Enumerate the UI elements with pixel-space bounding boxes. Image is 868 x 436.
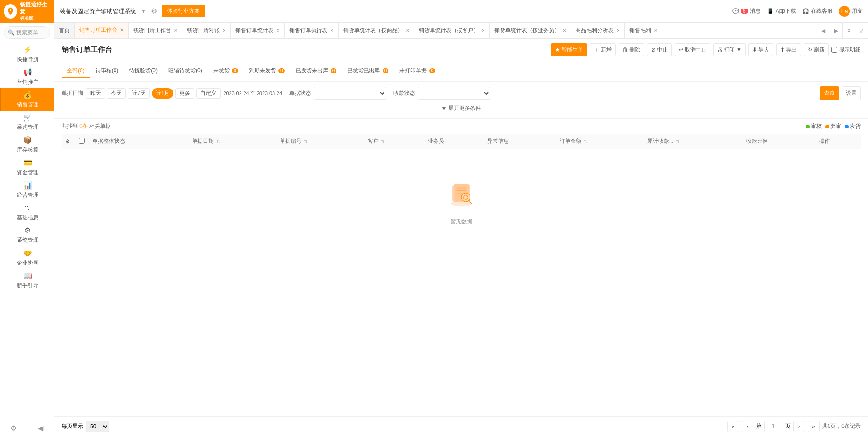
tab-close-cash-reconcile[interactable]: ✕ <box>222 28 226 33</box>
payment-select[interactable] <box>418 87 490 100</box>
select-all-checkbox[interactable] <box>79 138 85 144</box>
tab-cash-daily[interactable]: 钱货日清工作台 ✕ <box>129 23 182 39</box>
show-detail-input[interactable] <box>831 47 837 53</box>
collapse-icon[interactable]: ◀ <box>38 424 43 432</box>
tab-product-margin[interactable]: 商品毛利分析表 ✕ <box>571 23 625 39</box>
th-staff[interactable]: 业务员 <box>424 134 483 149</box>
print-btn[interactable]: 🖨 打印 ▼ <box>713 43 746 56</box>
th-checkbox[interactable] <box>75 134 89 149</box>
prev-page-btn[interactable]: ‹ <box>742 421 753 432</box>
tab-close-sales-stat[interactable]: ✕ <box>276 28 280 33</box>
sub-tab-wangpu[interactable]: 旺铺待发货(0) <box>163 65 208 78</box>
sidebar-item-purchase[interactable]: 🛒 采购管理 <box>0 111 54 133</box>
sidebar-item-quick-nav[interactable]: ⚡ 快捷导航 <box>0 43 54 66</box>
app-download-btn[interactable]: 📱 App下载 <box>767 7 796 15</box>
tab-sales-product-stat[interactable]: 销货单统计表（按商品） ✕ <box>339 23 414 39</box>
sub-tab-shipped-not-out[interactable]: 已发货未出库 0 <box>290 65 342 78</box>
sidebar-item-guide[interactable]: 📖 新手引导 <box>0 269 54 292</box>
sub-tab-all[interactable]: 全部(0) <box>62 65 90 78</box>
th-amount[interactable]: 订单金额 ⇅ <box>556 134 644 149</box>
filter-settings-btn[interactable]: 设置 <box>842 86 861 100</box>
sub-tab-not-printed[interactable]: 未打印单据 0 <box>394 65 441 78</box>
review-action-btn[interactable]: 审核 <box>806 123 822 130</box>
tabs-nav-btns: ◀ ▶ ✕ ⤢ <box>817 23 868 39</box>
cancel-suspend-btn[interactable]: ↩ 取消中止 <box>675 43 710 56</box>
date-btn-1month[interactable]: 近1月 <box>152 88 174 99</box>
th-abnormal[interactable]: 异常信息 <box>484 134 556 149</box>
status-select[interactable] <box>314 87 386 100</box>
tab-cash-reconcile[interactable]: 钱货日清对账 ✕ <box>182 23 231 39</box>
th-customer[interactable]: 客户 ⇅ <box>364 134 425 149</box>
tab-close-sales-product-stat[interactable]: ✕ <box>406 28 409 33</box>
topbar-settings-icon[interactable]: ⚙ <box>151 7 157 15</box>
date-btn-today[interactable]: 今天 <box>107 88 126 99</box>
search-menu-btn[interactable]: 🔍 搜索菜单 <box>4 26 50 39</box>
ship-action-btn[interactable]: 发货 <box>845 123 861 130</box>
sub-tab-pending-inspect[interactable]: 待拣验货(0) <box>124 65 163 78</box>
tabs-maximize[interactable]: ⤢ <box>855 23 868 39</box>
date-btn-custom[interactable]: 自定义 <box>196 88 221 99</box>
tabs-scroll-left[interactable]: ◀ <box>817 23 830 39</box>
delete-btn[interactable]: 🗑 删除 <box>619 43 644 56</box>
sidebar-item-system[interactable]: ⚙ 系统管理 <box>0 224 54 246</box>
th-settings[interactable]: ⚙ <box>62 134 75 149</box>
solution-btn[interactable]: 体验行业方案 <box>162 5 205 17</box>
sub-tab-shipped-out[interactable]: 已发货已出库 0 <box>342 65 394 78</box>
sidebar-item-finance[interactable]: 💳 资金管理 <box>0 156 54 179</box>
refresh-btn[interactable]: ↻ 刷新 <box>804 43 829 56</box>
tab-sales-customer-stat[interactable]: 销货单统计表（按客户） ✕ <box>414 23 490 39</box>
tab-close-sales-staff-stat[interactable]: ✕ <box>562 28 566 33</box>
column-settings-icon[interactable]: ⚙ <box>65 138 70 145</box>
tab-close-sales-profit[interactable]: ✕ <box>654 28 657 33</box>
tab-close-sales-workbench[interactable]: ✕ <box>120 28 124 33</box>
smart-create-btn[interactable]: ★ 智能生单 <box>551 43 587 56</box>
page-input[interactable] <box>764 421 782 432</box>
query-btn[interactable]: 查询 <box>820 86 839 100</box>
sub-tab-expired[interactable]: 到期未发货 0 <box>244 65 290 78</box>
th-collected[interactable]: 累计收款... ⇅ <box>644 134 743 149</box>
show-detail-checkbox[interactable]: 显示明细 <box>831 46 861 54</box>
expand-more-btn[interactable]: ▼ 展开更多条件 <box>438 103 485 114</box>
date-btn-more[interactable]: 更多 <box>175 88 194 99</box>
tab-sales-exec-label: 销售订单执行表 <box>289 27 327 34</box>
sub-tab-not-shipped[interactable]: 未发货 0 <box>208 65 244 78</box>
tab-sales-stat[interactable]: 销售订单统计表 ✕ <box>231 23 285 39</box>
tab-close-sales-customer-stat[interactable]: ✕ <box>481 28 485 33</box>
sidebar-item-operations[interactable]: 📊 经营管理 <box>0 179 54 201</box>
tab-sales-exec[interactable]: 销售订单执行表 ✕ <box>285 23 339 39</box>
first-page-btn[interactable]: « <box>727 421 739 432</box>
sidebar-item-enterprise[interactable]: 🤝 企业协同 <box>0 246 54 269</box>
tab-home[interactable]: 首页 <box>54 23 75 39</box>
import-btn[interactable]: ⬇ 导入 <box>748 43 773 56</box>
tab-close-product-margin[interactable]: ✕ <box>616 28 620 33</box>
tab-close-cash-daily[interactable]: ✕ <box>174 28 177 33</box>
online-service-btn[interactable]: 🎧 在线客服 <box>802 7 833 15</box>
tab-sales-staff-stat[interactable]: 销货单统计表（按业务员） ✕ <box>490 23 571 39</box>
export-btn[interactable]: ⬆ 导出 <box>776 43 801 56</box>
suspend-btn[interactable]: ⊘ 中止 <box>647 43 672 56</box>
tabs-scroll-right[interactable]: ▶ <box>830 23 843 39</box>
date-btn-yesterday[interactable]: 昨天 <box>86 88 105 99</box>
sidebar-item-basic-info[interactable]: 🗂 基础信息 <box>0 201 54 224</box>
cancel-review-action-btn[interactable]: 弃审 <box>825 123 841 130</box>
per-page-select[interactable]: 50 100 200 <box>86 421 109 432</box>
topbar-dropdown-icon[interactable]: ▼ <box>141 8 146 14</box>
last-page-btn[interactable]: » <box>808 421 820 432</box>
sidebar-item-inventory[interactable]: 📦 库存核算 <box>0 133 54 156</box>
th-number[interactable]: 单据编号 ⇅ <box>276 134 364 149</box>
tab-sales-workbench[interactable]: 销售订单工作台 ✕ <box>75 23 129 39</box>
tabs-close-all[interactable]: ✕ <box>843 23 855 39</box>
tab-sales-profit[interactable]: 销售毛利 ✕ <box>625 23 662 39</box>
sidebar-item-sales[interactable]: 💰 销售管理 <box>0 88 54 111</box>
sidebar-item-marketing[interactable]: 📢 营销推广 <box>0 66 54 88</box>
user-menu-btn[interactable]: Ea 用友 <box>839 6 863 17</box>
avatar: Ea <box>839 6 850 17</box>
message-btn[interactable]: 💬 6 消息 <box>732 7 761 15</box>
sub-tab-pending-review[interactable]: 待审核(0) <box>90 65 124 78</box>
th-date[interactable]: 单据日期 ⇅ <box>188 134 276 149</box>
date-btn-7days[interactable]: 近7天 <box>128 88 150 99</box>
next-page-btn[interactable]: › <box>793 421 805 432</box>
new-btn[interactable]: ＋ 新增 <box>590 43 616 56</box>
settings-bottom-icon[interactable]: ⚙ <box>10 424 17 432</box>
tab-close-sales-exec[interactable]: ✕ <box>330 28 334 33</box>
